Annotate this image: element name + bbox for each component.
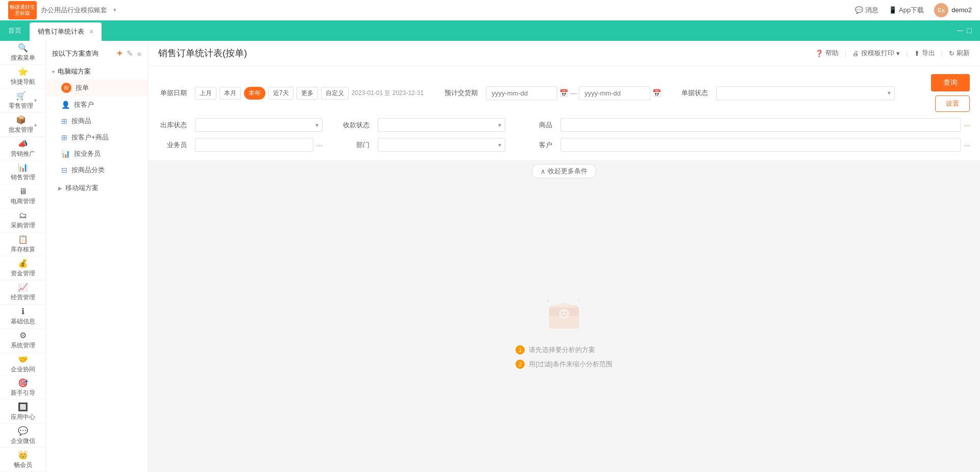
sidebar-item-operations[interactable]: 📈 经营管理 xyxy=(0,280,45,304)
message-label: 消息 xyxy=(865,6,878,15)
scheme-item-by-order[interactable]: 按 按单 xyxy=(46,79,148,97)
customer-input-wrap: ··· xyxy=(560,138,970,152)
template-print-btn[interactable]: 🖨 按模板打印 ▾ xyxy=(852,49,900,58)
by-customer-goods-icon: ⊞ xyxy=(61,133,67,141)
app-center-icon: 🔲 xyxy=(18,402,28,412)
date-btn-custom[interactable]: 自定义 xyxy=(321,87,349,100)
tab-active[interactable]: 销售订单统计表 × xyxy=(30,22,102,41)
customer-more-btn[interactable]: ··· xyxy=(964,141,970,149)
sidebar-item-search-menu[interactable]: 🔍 搜索菜单 xyxy=(0,41,45,65)
scheme-pc-title[interactable]: ▾ 电脑端方案 xyxy=(46,64,148,79)
sidebar-item-system[interactable]: ⚙ 系统管理 xyxy=(0,328,45,352)
sidebar-item-vip[interactable]: 👑 畅会员 xyxy=(0,448,45,472)
sidebar-item-ecom[interactable]: 🖥 电商管理 xyxy=(0,184,45,208)
sidebar-item-sales[interactable]: 📊 销售管理 xyxy=(0,160,45,184)
page-header: 销售订单统计表(按单) ❓ 帮助 | 🖨 按模板打印 ▾ | xyxy=(148,41,980,66)
query-btn[interactable]: 查询 xyxy=(931,74,970,91)
customer-label: 客户 xyxy=(524,140,552,150)
marketing-icon: 📣 xyxy=(18,139,28,149)
user-area[interactable]: Ea demo2 xyxy=(934,3,972,17)
sidebar-item-purchase[interactable]: 🗂 采购管理 xyxy=(0,208,45,232)
by-salesman-icon: 📊 xyxy=(61,150,70,158)
by-salesman-label: 按业务员 xyxy=(74,149,101,158)
date-btn-more[interactable]: 更多 xyxy=(297,87,318,100)
scheme-edit-btn[interactable]: ✎ xyxy=(127,49,133,58)
tab-home[interactable]: 首页 xyxy=(0,20,30,41)
scheme-add-btn[interactable]: + xyxy=(117,48,122,59)
refresh-btn[interactable]: ↻ 刷新 xyxy=(949,49,970,58)
date-btn-7days[interactable]: 近7天 xyxy=(268,87,293,100)
customer-input[interactable] xyxy=(560,138,961,152)
refresh-icon: ↻ xyxy=(949,50,954,57)
marketing-label: 营销推广 xyxy=(11,150,35,158)
pc-section-arrow: ▾ xyxy=(52,69,55,75)
message-btn[interactable]: 💬 消息 xyxy=(855,6,878,15)
empty-tip-1: 1 请先选择要分析的方案 xyxy=(516,345,612,355)
scheme-item-by-customer-goods[interactable]: ⊞ 按客户+商品 xyxy=(46,129,148,146)
sidebar-item-enterprise[interactable]: 🤝 企业协同 xyxy=(0,352,45,376)
sidebar-item-basic[interactable]: ℹ 基础信息 xyxy=(0,304,45,328)
payment-select[interactable] xyxy=(378,118,505,132)
salesman-input[interactable] xyxy=(195,138,313,152)
date-btn-this-year[interactable]: 本年 xyxy=(244,87,265,100)
filter-section: 单据日期 上月 本月 本年 近7天 更多 自定义 2023-01-01 至 20… xyxy=(148,66,980,160)
sidebar-item-inventory[interactable]: 📋 库存核算 xyxy=(0,232,45,256)
scheme-item-by-category[interactable]: ⊟ 按商品分类 xyxy=(46,162,148,178)
collapse-btn[interactable]: ∧ 收起更多条件 xyxy=(532,164,596,178)
goods-more-btn[interactable]: ··· xyxy=(964,121,970,129)
sidebar-item-finance[interactable]: 💰 资金管理 xyxy=(0,256,45,280)
app-download-btn[interactable]: 📱 App下载 xyxy=(889,6,924,15)
template-print-label: 按模板打印 xyxy=(861,49,894,58)
expected-date-start[interactable] xyxy=(486,86,557,100)
user-name: demo2 xyxy=(951,6,972,14)
scheme-panel-icons: + ✎ « xyxy=(117,48,141,59)
goods-input[interactable] xyxy=(560,118,961,132)
tab-close-icon[interactable]: × xyxy=(89,28,93,36)
app-title: 办公用品行业模拟账套 xyxy=(41,6,107,15)
dept-select[interactable] xyxy=(378,138,505,152)
separator-2: | xyxy=(906,50,908,57)
help-btn[interactable]: ❓ 帮助 xyxy=(815,49,839,58)
help-icon: ❓ xyxy=(815,50,823,57)
tab-maximize-btn[interactable]: □ xyxy=(967,26,972,35)
sidebar-item-new-user[interactable]: 🎯 新手引导 xyxy=(0,376,45,400)
tip-text-1: 请先选择要分析的方案 xyxy=(529,345,595,355)
salesman-more-btn[interactable]: ··· xyxy=(316,141,323,149)
pc-section-label: 电脑端方案 xyxy=(58,67,91,76)
by-customer-icon: 👤 xyxy=(61,101,70,109)
app-title-arrow[interactable]: ▾ xyxy=(113,7,116,13)
scheme-item-by-salesman[interactable]: 📊 按业务员 xyxy=(46,146,148,162)
status-select[interactable] xyxy=(716,86,895,100)
scheme-header-label: 按以下方案查询 xyxy=(52,49,99,58)
scheme-collapse-btn[interactable]: « xyxy=(137,49,141,58)
sidebar-item-wechat[interactable]: 💬 企业微信 xyxy=(0,424,45,448)
inventory-icon: 📋 xyxy=(18,234,28,244)
scheme-item-by-goods[interactable]: ⊞ 按商品 xyxy=(46,113,148,129)
sidebar-item-wholesale[interactable]: 📦 批发管理 ▴ xyxy=(0,113,45,137)
setting-btn[interactable]: 设置 xyxy=(935,96,970,112)
tab-minimize-btn[interactable]: ─ xyxy=(957,26,963,35)
sidebar-item-quick-nav[interactable]: ⭐ 快捷导航 xyxy=(0,65,45,89)
goods-label: 商品 xyxy=(524,121,552,130)
sidebar-item-marketing[interactable]: 📣 营销推广 xyxy=(0,137,45,161)
logo: 畅捷通好生意标版 xyxy=(8,1,37,19)
tip-num-1: 1 xyxy=(516,345,525,355)
basic-icon: ℹ xyxy=(21,306,24,316)
delivery-select[interactable] xyxy=(195,118,323,132)
scheme-mobile-title[interactable]: ▶ 移动端方案 xyxy=(52,180,148,196)
sidebar-item-app-center[interactable]: 🔲 应用中心 xyxy=(0,400,45,424)
app-center-label: 应用中心 xyxy=(11,413,35,421)
calendar-icon-start[interactable]: 📅 xyxy=(559,89,568,97)
sidebar-item-retail[interactable]: 🛒 零售管理 ▾ xyxy=(0,89,45,113)
date-btn-this-month[interactable]: 本月 xyxy=(219,87,241,100)
purchase-icon: 🗂 xyxy=(19,211,27,220)
active-tab-label: 销售订单统计表 xyxy=(38,27,84,36)
goods-input-wrap: ··· xyxy=(560,118,970,132)
export-btn[interactable]: ⬆ 导出 xyxy=(914,49,935,58)
scheme-item-by-customer[interactable]: 👤 按客户 xyxy=(46,97,148,113)
finance-icon: 💰 xyxy=(18,258,28,268)
separator-3: | xyxy=(941,50,943,57)
calendar-icon-end[interactable]: 📅 xyxy=(652,89,661,97)
expected-date-end[interactable] xyxy=(579,86,650,100)
date-btn-last-month[interactable]: 上月 xyxy=(195,87,216,100)
